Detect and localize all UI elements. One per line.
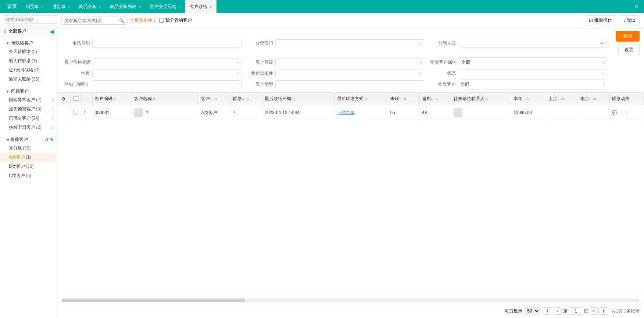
dept-select-arrow: ∨	[419, 41, 422, 45]
sort-contact-icon[interactable]: ⇅	[246, 97, 249, 101]
retail-attr-select[interactable]: 全部 ∨	[459, 57, 607, 67]
region-select[interactable]: ···	[93, 80, 242, 89]
nature-select[interactable]: ∨	[92, 70, 242, 77]
prev-page-button[interactable]: ‹	[554, 307, 562, 315]
filter-phone: 电话号码	[61, 39, 244, 47]
value-customers-title[interactable]: ▼ 价值客户 ↺ ✎	[0, 135, 57, 144]
last-page-button[interactable]: ⟫	[599, 307, 608, 315]
pending-contact-title[interactable]: ▼ 待联络客户	[0, 39, 57, 47]
sort-code-icon[interactable]: ⇅	[113, 97, 116, 101]
manager-select[interactable]: ···	[458, 39, 607, 47]
payment-select[interactable]: ∨	[275, 70, 425, 77]
select-all-checkbox[interactable]	[74, 96, 78, 101]
my-customers-filter[interactable]: 我分管的客户	[159, 17, 192, 24]
phone-input[interactable]	[92, 39, 242, 47]
sidebar-item-7days[interactable]: 近7天待联络(0)	[0, 66, 57, 75]
action-icon-1[interactable]: 💬	[612, 110, 618, 115]
sidebar-item-repurchase-abnormal[interactable]: 回购异常客户(2) ℹ	[0, 95, 57, 105]
gear-icon[interactable]: ⚙	[61, 96, 65, 102]
close-product-analysis-tab[interactable]: ×	[99, 4, 101, 9]
action-icon-2[interactable]: ⋮⋮	[620, 110, 629, 115]
sidebar-item-declining[interactable]: 持续下滑客户(2) ℹ	[0, 123, 57, 132]
customer-grade-select[interactable]: ∨	[275, 59, 425, 66]
close-product-list-tab[interactable]: ×	[139, 4, 141, 9]
sort-name-icon[interactable]: ⇅	[153, 97, 155, 101]
sidebar-item-ungrouped[interactable]: 未分组(32)	[0, 144, 57, 153]
sidebar-search-input[interactable]	[3, 15, 57, 24]
batch-operation-button[interactable]: ☑ 批量操作	[585, 15, 616, 25]
sidebar-item-today[interactable]: 今天待联络(0)	[0, 47, 57, 56]
page-number-input[interactable]	[569, 307, 582, 315]
more-filters-button[interactable]: ▽ 更多条件 ∨	[130, 17, 156, 24]
close-segment-tab[interactable]: ×	[179, 4, 181, 9]
sort-date-icon[interactable]: ⇅	[292, 97, 295, 101]
sort-month-icon[interactable]: ⇅	[594, 97, 597, 101]
nav-tab-customer-contact[interactable]: 客户联络 ×	[185, 0, 216, 13]
sort-year-icon[interactable]: ⇅	[527, 97, 530, 101]
sidebar-item-class-b[interactable]: B类客户(33)	[0, 162, 57, 171]
retail-customer-select[interactable]: 全部 ∨	[458, 80, 607, 89]
export-button[interactable]: ↓ 导出	[619, 15, 640, 25]
problem-customers-group: ▼ 问题客户 回购异常客户(2) ℹ 流失预警客户(3) ℹ 已流失客户(24)…	[0, 85, 57, 134]
price-grade-select[interactable]: ∨	[93, 59, 242, 66]
sort-overdue-icon[interactable]: ⇅	[435, 97, 438, 101]
first-page-button[interactable]: ⟪	[543, 307, 552, 315]
sidebar-item-churn-warning[interactable]: 流失预警客户(3) ℹ	[0, 105, 57, 114]
nav-home[interactable]: 首页	[3, 3, 21, 10]
filter-actions: ☑ 批量操作 ↓ 导出	[585, 15, 640, 25]
col-code: 客户编码⇅	[92, 93, 132, 105]
refresh-icon[interactable]: ↺	[45, 137, 49, 142]
customer-type-input[interactable]	[275, 80, 425, 89]
row-last-method: 下销货单	[335, 105, 388, 120]
close-purchase-tab[interactable]: ×	[68, 4, 70, 9]
content-area: 🔍 ▽ 更多条件 ∨ 我分管的客户 ☑ 批量操作 ↓ 导出	[57, 13, 644, 318]
nav-tab-product-analysis[interactable]: 商品分析 ×	[75, 0, 105, 13]
close-contact-tab[interactable]: ×	[210, 4, 212, 9]
row-actions: 💬 ⋮⋮	[610, 105, 644, 120]
close-sales-tab[interactable]: ×	[41, 4, 43, 9]
problem-customers-title[interactable]: ▼ 问题客户	[0, 87, 57, 95]
collapse-sidebar-icon[interactable]: ◀	[50, 29, 54, 35]
nav-tab-sales[interactable]: 销货单 ×	[21, 0, 48, 13]
nav-tab-purchase[interactable]: 进货单 ×	[48, 0, 74, 13]
sidebar-item-class-a[interactable]: A类客户(1)	[0, 153, 57, 162]
all-customers-header[interactable]: ⠿ 全部客户 ◀	[0, 26, 57, 37]
sort-nocontact-icon[interactable]: ⇅	[404, 97, 407, 101]
my-customers-checkbox[interactable]	[159, 18, 164, 23]
nav-tab-product-list[interactable]: 商品分析列表 ×	[105, 0, 145, 13]
region-label: 区域（地区）	[64, 81, 91, 88]
value-arrow-icon: ▼	[6, 137, 10, 142]
sidebar-item-churned[interactable]: 已流失客户(24) ℹ	[0, 114, 57, 123]
nav-tab-customer-segment[interactable]: 客户分层经营 ×	[146, 0, 185, 13]
col-contact-person: 往来单位联系人⇅	[451, 93, 511, 105]
sidebar-item-class-c[interactable]: C类客户(6)	[0, 171, 57, 180]
col-gear: ⚙	[57, 93, 70, 105]
filter-customer-type: 客户类型	[244, 80, 427, 89]
col-action: 联络动作	[610, 93, 644, 105]
table-footer: 每页显示 50 ⟪ ‹ 第 页 › ⟫ 共1页 1条记录	[57, 304, 644, 318]
search-icon[interactable]: 🔍	[119, 18, 125, 23]
col-last-method: 最后联络方式⇅	[335, 93, 388, 105]
edit-icon[interactable]: ✎	[50, 137, 54, 142]
search-input[interactable]	[64, 18, 119, 23]
sidebar-item-tomorrow[interactable]: 明天待联络(1)	[0, 56, 57, 66]
next-page-button[interactable]: ›	[590, 307, 598, 315]
row-checkbox[interactable]	[74, 110, 78, 114]
scroll-thumb[interactable]	[61, 298, 245, 302]
sort-method-icon[interactable]: ⇅	[364, 97, 367, 101]
dept-label: 分管部门	[247, 40, 273, 46]
customer-table: ⚙ 客户编码⇅ 客户名称⇅ 客户...⇅	[57, 93, 644, 120]
last-method-link[interactable]: 下销货单	[337, 110, 355, 115]
sort-person-icon[interactable]: ⇅	[485, 97, 488, 101]
status-select[interactable]: ∨	[458, 70, 607, 77]
app-close-button[interactable]: ×	[632, 3, 641, 10]
sort-lastmonth-icon[interactable]: ⇅	[562, 97, 565, 101]
setting-button[interactable]: 设置	[618, 45, 640, 55]
sidebar-item-overdue[interactable]: 逾期未联络(30)	[0, 75, 57, 84]
dept-select[interactable]: ∨	[275, 39, 425, 47]
page-size-select[interactable]: 50	[524, 307, 540, 315]
sort-type-icon[interactable]: ⇅	[214, 97, 217, 101]
col-customer-type: 客户...⇅	[199, 93, 230, 105]
status-arrow: ∨	[602, 71, 605, 75]
query-button[interactable]: 查询	[616, 31, 640, 42]
